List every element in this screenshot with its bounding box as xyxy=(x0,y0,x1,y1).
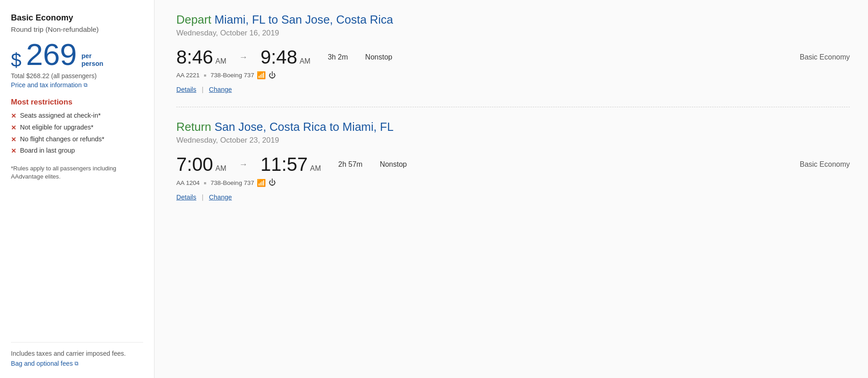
depart-change-link[interactable]: Change xyxy=(209,86,232,93)
return-depart-time: 7:00 xyxy=(176,155,213,174)
restriction-list: ✕ Seats assigned at check-in* ✕ Not elig… xyxy=(11,111,143,158)
dot-separator: ■ xyxy=(204,73,206,78)
arrow-icon: → xyxy=(239,159,248,169)
list-item: ✕ No flight changes or refunds* xyxy=(11,135,143,144)
depart-details-row: AA 2221 ■ 738-Boeing 737 📶 ⏻ xyxy=(176,71,850,80)
return-fare-class: Basic Economy xyxy=(800,160,850,169)
return-nonstop: Nonstop xyxy=(380,160,416,169)
return-depart-time-block: 7:00 AM xyxy=(176,155,226,174)
depart-plane-model: 738-Boeing 737 xyxy=(210,72,254,79)
price-amount: 269 xyxy=(26,39,77,70)
return-arrive-time-block: 11:57 AM xyxy=(260,155,321,174)
depart-heading: Depart Miami, FL to San Jose, Costa Rica xyxy=(176,13,850,27)
wifi-icon: 📶 xyxy=(257,179,266,187)
depart-flight-num: AA 2221 xyxy=(176,72,200,79)
panel-title: Basic Economy xyxy=(11,13,143,23)
links-separator: | xyxy=(202,86,204,93)
return-date: Wednesday, October 23, 2019 xyxy=(176,136,850,145)
arrow-icon: → xyxy=(239,52,248,62)
depart-nonstop: Nonstop xyxy=(365,53,402,61)
return-flight-num: AA 1204 xyxy=(176,179,200,186)
return-links-row: Details | Change xyxy=(176,194,850,201)
rules-note: *Rules apply to all passengers including… xyxy=(11,164,143,181)
return-arrive-time: 11:57 xyxy=(260,155,308,174)
includes-text: Includes taxes and carrier imposed fees. xyxy=(11,350,143,357)
arrive-ampm: AM xyxy=(299,57,310,65)
return-details-row: AA 1204 ■ 738-Boeing 737 📶 ⏻ xyxy=(176,179,850,187)
price-per-person: perperson xyxy=(81,52,103,68)
price-row: $ 269 perperson xyxy=(11,39,143,70)
list-item: ✕ Not eligible for upgrades* xyxy=(11,123,143,132)
bottom-notes: Includes taxes and carrier imposed fees.… xyxy=(11,342,143,367)
x-icon: ✕ xyxy=(11,135,16,144)
depart-times-row: 8:46 AM → 9:48 AM 3h 2m Nonstop Basic Ec… xyxy=(176,48,850,67)
bag-fees-link[interactable]: Bag and optional fees ⧉ xyxy=(11,360,143,367)
return-duration: 2h 57m xyxy=(338,160,362,169)
depart-word: Depart xyxy=(176,13,211,26)
return-heading: Return San Jose, Costa Rica to Miami, FL xyxy=(176,120,850,134)
return-change-link[interactable]: Change xyxy=(209,194,232,201)
return-word: Return xyxy=(176,120,211,133)
depart-duration: 3h 2m xyxy=(328,53,348,61)
depart-section: Depart Miami, FL to San Jose, Costa Rica… xyxy=(176,13,850,107)
links-separator: | xyxy=(202,194,204,201)
total-price: Total $268.22 (all passengers) xyxy=(11,72,143,80)
power-icon: ⏻ xyxy=(269,179,276,187)
external-link-icon: ⧉ xyxy=(84,82,88,88)
restrictions-title: Most restrictions xyxy=(11,98,143,107)
power-icon: ⏻ xyxy=(269,71,276,80)
price-tax-link[interactable]: Price and tax information ⧉ xyxy=(11,81,143,89)
return-times-row: 7:00 AM → 11:57 AM 2h 57m Nonstop Basic … xyxy=(176,155,850,174)
x-icon: ✕ xyxy=(11,124,16,132)
x-icon: ✕ xyxy=(11,112,16,120)
list-item: ✕ Board in last group xyxy=(11,146,143,155)
x-icon: ✕ xyxy=(11,147,16,155)
right-panel: Depart Miami, FL to San Jose, Costa Rica… xyxy=(155,0,868,378)
dot-separator: ■ xyxy=(204,180,206,185)
external-link-icon: ⧉ xyxy=(75,360,79,367)
depart-route: Miami, FL to San Jose, Costa Rica xyxy=(215,13,393,26)
round-trip-label: Round trip (Non-refundable) xyxy=(11,25,143,34)
return-route: San Jose, Costa Rica to Miami, FL xyxy=(215,120,394,133)
return-section: Return San Jose, Costa Rica to Miami, FL… xyxy=(176,107,850,214)
depart-ampm: AM xyxy=(215,57,226,65)
left-panel: Basic Economy Round trip (Non-refundable… xyxy=(0,0,155,378)
wifi-icon: 📶 xyxy=(257,71,266,80)
price-dollar-sign: $ xyxy=(11,51,21,70)
return-depart-ampm: AM xyxy=(215,164,226,173)
return-plane-model: 738-Boeing 737 xyxy=(210,179,254,186)
depart-time: 8:46 xyxy=(176,48,213,67)
depart-details-link[interactable]: Details xyxy=(176,86,196,93)
arrive-time-block: 9:48 AM xyxy=(260,48,310,67)
depart-links-row: Details | Change xyxy=(176,86,850,93)
arrive-time: 9:48 xyxy=(260,48,297,67)
depart-date: Wednesday, October 16, 2019 xyxy=(176,29,850,38)
return-details-link[interactable]: Details xyxy=(176,194,196,201)
list-item: ✕ Seats assigned at check-in* xyxy=(11,111,143,120)
depart-fare-class: Basic Economy xyxy=(800,53,850,61)
depart-time-block: 8:46 AM xyxy=(176,48,226,67)
return-arrive-ampm: AM xyxy=(310,164,321,173)
